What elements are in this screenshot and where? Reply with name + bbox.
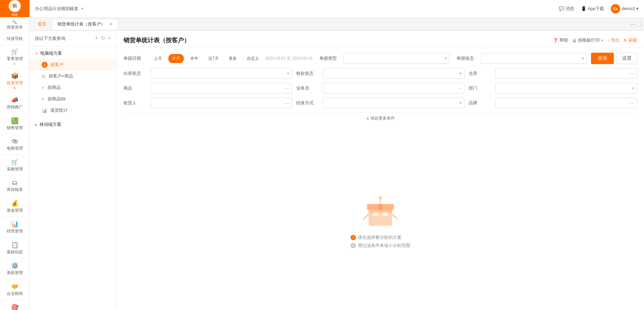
tab-window-actions: — ⛶ (631, 21, 641, 27)
print-icon: 🖨 (572, 38, 577, 43)
order-type-select[interactable]: ▾ (343, 53, 450, 64)
date-btn-custom[interactable]: 自定义 (243, 54, 263, 63)
plan-item-goods99[interactable]: ≡ 按商品99 (30, 93, 116, 105)
tab-sales-stat[interactable]: 销货单统计表（按客户） ✕ (52, 19, 118, 30)
sidebar-item-finance[interactable]: 💰 资金管理 (0, 196, 29, 217)
search-icon: 🔍 (0, 20, 29, 24)
out-status-label: 出库状态 (123, 70, 150, 76)
left-panel: 按以下方案查询 + ↻ « ▼ 电脑端方案 人 按客户 ⊞ (30, 31, 117, 310)
collection-status-item: 收款状态 ▾ (296, 68, 465, 79)
collapse-label: 收起更多条件 (371, 115, 395, 121)
message-btn[interactable]: 💬 消息 (559, 6, 574, 12)
order-status-select[interactable]: ▾ (481, 53, 587, 64)
page-header: 销货单统计表（按客户） ❓ 帮助 🖨 按模板打印 ▾ ↑ 导出 (117, 31, 644, 47)
dots-receiver-icon: ··· (285, 100, 289, 106)
plan-item-icon: 人 (42, 62, 48, 68)
page-header-actions: ❓ 帮助 🖨 按模板打印 ▾ ↑ 导出 ↻ 刷新 (553, 37, 638, 43)
tab-minimize-icon[interactable]: — (631, 21, 635, 27)
warehouse-input[interactable]: ··· (495, 68, 637, 79)
sidebar-item-purchase[interactable]: 🛒 采购管理 (0, 155, 29, 176)
plan-group-pc: ▼ 电脑端方案 人 按客户 ⊞ 按客户+商品 ≡ 按商品 ≡ 按商品99 (30, 46, 116, 117)
query-btn[interactable]: 查询 (591, 53, 614, 64)
sidebar-item-label: 电商管理 (7, 146, 23, 151)
plan-group-pc-title[interactable]: ▼ 电脑端方案 (30, 48, 116, 59)
sidebar-item-collab[interactable]: 🤝 企业协同 (0, 279, 29, 300)
settle-method-select[interactable]: ▾ (323, 98, 465, 108)
sidebar-item-retail[interactable]: 🛒 零售管理 ▲ (0, 45, 29, 69)
chevron-collect-icon: ▾ (460, 71, 462, 76)
receiver-input[interactable]: ··· (150, 98, 292, 108)
tab-home[interactable]: 首页 (32, 19, 52, 30)
svg-point-7 (379, 196, 382, 200)
dots-salesman-icon: ··· (458, 86, 462, 91)
sidebar-item-inventory[interactable]: 🗂 库存核算 (0, 176, 29, 196)
plan-item-by-customer[interactable]: 人 按客户 (30, 59, 116, 70)
department-select[interactable]: ▾ (495, 83, 637, 94)
sidebar-item-marketing[interactable]: 📣 营销推广 (0, 93, 29, 114)
sidebar-logo[interactable]: 畅 标账 (0, 0, 30, 17)
date-btn-lastmonth[interactable]: 上月 (150, 54, 166, 63)
plan-item-by-goods[interactable]: ≡ 按商品 (30, 82, 116, 93)
left-panel-actions: + ↻ « (95, 35, 111, 42)
message-icon: 💬 (559, 6, 564, 11)
sidebar-item-basic[interactable]: 📋 基础信息 (0, 238, 29, 259)
sidebar-item-label: 批发管理 (7, 80, 23, 86)
sidebar-item-guide[interactable]: 🎯 新手引导 (0, 300, 29, 310)
add-plan-btn[interactable]: + (95, 35, 99, 42)
collapse-panel-btn[interactable]: « (108, 35, 111, 42)
expand-icon: ▲ (13, 62, 16, 65)
sidebar-item-sales[interactable]: 💹 销售管理 (0, 114, 29, 135)
date-btn-thisyear[interactable]: 本年 (186, 54, 202, 63)
date-btn-more[interactable]: 更多 (225, 54, 240, 63)
help-btn[interactable]: ❓ 帮助 (553, 37, 568, 43)
plan-item-return-stat[interactable]: 📊 退货统计 (30, 105, 116, 116)
sidebar-item-wholesale[interactable]: 📦 批发管理 ▲ (0, 69, 29, 93)
sidebar-item-system[interactable]: ⚙️ 系统管理 (0, 259, 29, 279)
tab-maximize-icon[interactable]: ⛶ (637, 21, 641, 27)
chevron-down-icon2: ▾ (582, 56, 584, 61)
sidebar-item-ecommerce[interactable]: 🛍 电商管理 (0, 135, 29, 155)
message-label: 消息 (566, 6, 574, 12)
empty-text-area: 1 请先选择要分析的方案 2 用过滤条件来缩小分析范围 (351, 235, 410, 251)
empty-illustration (360, 189, 400, 229)
goods-input[interactable]: ··· (150, 83, 292, 94)
topbar-dropdown-arrow[interactable]: ▾ (81, 6, 84, 11)
department-label: 部门 (469, 85, 495, 91)
refresh-btn[interactable]: ↻ 刷新 (624, 37, 637, 43)
order-type-label: 单据类型 (313, 55, 339, 61)
collapse-filter-btn[interactable]: ∧ 收起更多条件 (123, 112, 637, 124)
brand-input[interactable]: ··· (495, 98, 637, 108)
out-status-select[interactable]: ▾ (150, 68, 292, 79)
quick-nav[interactable]: 快捷导航 (0, 33, 29, 45)
settings-btn[interactable]: 设置 (616, 53, 637, 64)
app-download-btn[interactable]: 📱 App下载 (581, 6, 604, 12)
hint1-num: 1 (351, 235, 356, 240)
print-btn[interactable]: 🖨 按模板打印 ▾ (572, 37, 603, 43)
date-btn-7days[interactable]: 近7天 (205, 54, 222, 63)
goods-item: 商品 ··· (123, 83, 292, 94)
settle-method-item: 结算方式 ▾ (296, 98, 465, 108)
settle-method-label: 结算方式 (296, 100, 323, 106)
user-dropdown-icon: ▾ (636, 6, 639, 11)
collection-status-select[interactable]: ▾ (323, 68, 465, 79)
table2-icon: ≡ (42, 97, 44, 102)
tab-close-icon[interactable]: ✕ (109, 22, 113, 27)
date-btn-thismonth[interactable]: 本月 (168, 54, 184, 63)
brand-label: 品牌 (469, 100, 495, 106)
sidebar-item-operation[interactable]: 📊 经营管理 (0, 217, 29, 238)
salesman-item: 业务员 ··· (296, 83, 465, 94)
ecommerce-icon: 🛍 (12, 138, 18, 145)
user-menu[interactable]: Ea demo2 ▾ (611, 4, 639, 13)
export-label: 导出 (611, 37, 620, 43)
export-btn[interactable]: ↑ 导出 (607, 37, 620, 43)
refresh-plan-btn[interactable]: ↻ (101, 35, 105, 42)
chevron-settle-icon: ▾ (460, 101, 462, 105)
sidebar-search[interactable]: 🔍 搜索菜单 (0, 17, 29, 33)
plan-item-customer-goods[interactable]: ⊞ 按客户+商品 (30, 70, 116, 82)
plan-group-mobile-title[interactable]: ▶ 移动端方案 (30, 119, 116, 130)
app-download-icon: 📱 (581, 6, 586, 11)
brand-item: 品牌 ··· (469, 98, 637, 108)
salesman-input[interactable]: ··· (323, 83, 465, 94)
goods-label: 商品 (123, 85, 150, 91)
order-type-area: 单据类型 ▾ (313, 53, 450, 64)
